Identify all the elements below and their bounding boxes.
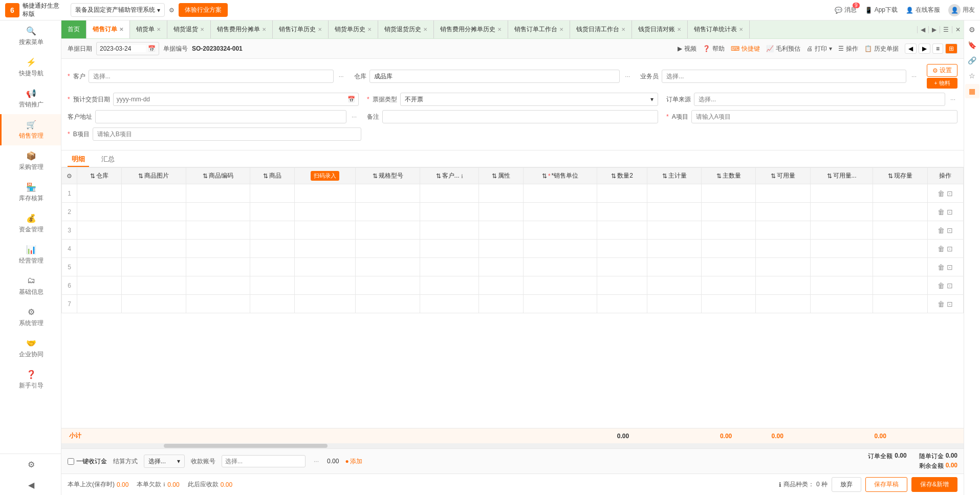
warehouse-input[interactable]	[369, 70, 620, 83]
cell-current[interactable]	[873, 240, 927, 258]
cell-main-qty[interactable]	[702, 276, 756, 295]
cell-image[interactable]	[121, 221, 186, 240]
cell-warehouse[interactable]	[77, 276, 122, 295]
data-table-wrapper[interactable]: ⚙ ⇅ 仓库 ⇅ 商品图片 ⇅ 商品编码 ⇅ 商品 扫码录入 ⇅ 规格型号 ⇅ …	[61, 167, 964, 428]
prev-record-btn[interactable]: ◀	[905, 44, 917, 54]
cell-warehouse[interactable]	[77, 240, 122, 258]
cell-image[interactable]	[121, 203, 186, 221]
col-attribute[interactable]: ⇅ 属性	[479, 168, 524, 184]
cell-attribute[interactable]	[479, 276, 524, 295]
cell-attribute[interactable]	[479, 240, 524, 258]
copy-row-btn[interactable]: ⊡	[947, 263, 953, 271]
cell-qty2[interactable]	[597, 258, 647, 276]
tab-close-sales-stats[interactable]: ✕	[739, 27, 743, 32]
tab-close-sales-return-history[interactable]: ✕	[367, 27, 372, 32]
date-input[interactable]	[100, 45, 146, 52]
sidebar-settings-btn[interactable]: ⚙	[0, 454, 61, 475]
sidebar-item-sales[interactable]: 🛒 销售管理	[0, 114, 61, 145]
delivery-date-input[interactable]	[117, 96, 345, 103]
cell-main-qty[interactable]	[702, 295, 756, 313]
settings-button[interactable]: ⚙ 设置	[927, 64, 957, 77]
copy-row-btn[interactable]: ⊡	[947, 300, 953, 308]
cell-spec[interactable]	[356, 295, 420, 313]
cell-attribute[interactable]	[479, 295, 524, 313]
cell-scan[interactable]	[295, 258, 356, 276]
col-code[interactable]: ⇅ 商品编码	[186, 168, 250, 184]
cell-main-unit[interactable]	[647, 258, 701, 276]
sidebar-item-basic[interactable]: 🗂 基础信息	[0, 270, 61, 302]
cell-available2[interactable]	[810, 240, 873, 258]
cell-unit[interactable]	[523, 240, 597, 258]
cell-goods[interactable]	[250, 276, 295, 295]
cell-qty2[interactable]	[597, 276, 647, 295]
cell-current[interactable]	[873, 184, 927, 203]
order-source-input[interactable]	[694, 93, 945, 106]
cell-available2[interactable]	[810, 276, 873, 295]
cell-goods[interactable]	[250, 258, 295, 276]
cell-goods[interactable]	[250, 184, 295, 203]
cell-image[interactable]	[121, 295, 186, 313]
col-goods[interactable]: ⇅ 商品	[250, 168, 295, 184]
copy-row-btn[interactable]: ⊡	[947, 282, 953, 290]
cell-available2[interactable]	[810, 295, 873, 313]
col-image[interactable]: ⇅ 商品图片	[121, 168, 186, 184]
sidebar-item-enterprise[interactable]: 🤝 企业协同	[0, 333, 61, 364]
cell-image[interactable]	[121, 240, 186, 258]
tab-close-sales-return[interactable]: ✕	[157, 27, 161, 32]
staff-expand-btn[interactable]: ···	[909, 73, 919, 80]
gear-icon[interactable]: ⚙	[169, 7, 175, 14]
col-main-qty[interactable]: ⇅ 主数量	[702, 168, 756, 184]
tab-close-sales-fee[interactable]: ✕	[262, 27, 266, 32]
tab-sales-return[interactable]: 销货单 ✕	[130, 20, 167, 38]
cell-code[interactable]	[186, 184, 250, 203]
cell-unit[interactable]	[523, 203, 597, 221]
project-b-input[interactable]	[93, 127, 362, 141]
cell-available[interactable]	[756, 258, 810, 276]
add-button[interactable]: ● 添加	[345, 457, 362, 466]
tab-return-goods[interactable]: 销货退货 ✕	[167, 20, 211, 38]
tab-home[interactable]: 首页	[61, 20, 86, 38]
cell-warehouse[interactable]	[77, 258, 122, 276]
col-unit[interactable]: ⇅ **销售单位	[523, 168, 597, 184]
address-input[interactable]	[95, 110, 346, 123]
sidebar-item-marketing[interactable]: 📢 营销推广	[0, 83, 61, 114]
abandon-button[interactable]: 放弃	[832, 477, 861, 492]
cell-code[interactable]	[186, 295, 250, 313]
cell-current[interactable]	[873, 295, 927, 313]
cell-code[interactable]	[186, 240, 250, 258]
sidebar-item-finance[interactable]: 💰 资金管理	[0, 208, 61, 239]
col-warehouse[interactable]: ⇅ 仓库	[77, 168, 122, 184]
online-service-button[interactable]: 👤 在线客服	[906, 6, 940, 14]
cell-available[interactable]	[756, 240, 810, 258]
cell-scan[interactable]	[295, 240, 356, 258]
save-new-button[interactable]: 保存&新增	[911, 477, 957, 492]
cell-main-qty[interactable]	[702, 203, 756, 221]
cell-qty2[interactable]	[597, 184, 647, 203]
cell-main-qty[interactable]	[702, 221, 756, 240]
tab-sales-stats[interactable]: 销售订单统计表 ✕	[688, 20, 750, 38]
tab-close-all-button[interactable]: ✕	[952, 26, 964, 33]
sidebar-item-purchase[interactable]: 📦 采购管理	[0, 145, 61, 177]
cell-current[interactable]	[873, 221, 927, 240]
cell-available[interactable]	[756, 221, 810, 240]
cell-scan[interactable]	[295, 203, 356, 221]
cell-customer-code[interactable]	[420, 240, 479, 258]
tab-order-workbench[interactable]: 销售订单工作台 ✕	[508, 20, 570, 38]
cell-attribute[interactable]	[479, 258, 524, 276]
copy-row-btn[interactable]: ⊡	[947, 245, 953, 253]
col-main-unit[interactable]: ⇅ 主计量	[647, 168, 701, 184]
view-btn[interactable]: ▶ 视频	[678, 45, 696, 53]
cell-customer-code[interactable]	[420, 184, 479, 203]
cell-available2[interactable]	[810, 203, 873, 221]
sidebar-item-search[interactable]: 🔍 搜索菜单	[0, 20, 61, 52]
tab-menu-button[interactable]: ☰	[940, 26, 952, 33]
sidebar-item-quick-nav[interactable]: ⚡ 快捷导航	[0, 52, 61, 83]
tab-daily-reconcile[interactable]: 钱货日清对账 ✕	[632, 20, 688, 38]
cell-available[interactable]	[756, 203, 810, 221]
tab-sales-fee[interactable]: 销售费用分摊单 ✕	[211, 20, 273, 38]
history-btn[interactable]: 📋 历史单据	[864, 45, 899, 53]
cell-customer-code[interactable]	[420, 295, 479, 313]
cell-code[interactable]	[186, 221, 250, 240]
date-input-wrapper[interactable]: 📅	[96, 42, 159, 55]
cell-available[interactable]	[756, 184, 810, 203]
